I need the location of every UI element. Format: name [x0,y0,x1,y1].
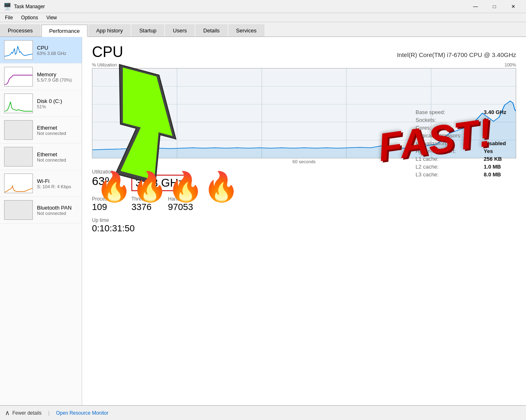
statusbar-separator: | [48,410,49,416]
cpu-sidebar-sub: 63% 3.68 GHz [37,51,78,56]
tab-users[interactable]: Users [165,24,195,37]
speed-label: Speed [131,169,188,175]
threads-value: 3376 [131,202,152,212]
minimize-button[interactable]: — [466,0,485,13]
wifi-sidebar-sub: S: 104 R: 4 Kbps [37,184,78,189]
info-virtualization: Virtualization: Disabled [416,140,506,146]
info-base-speed: Base speed: 3.40 GHz [416,109,506,115]
app-icon: 🖥️ [3,2,11,10]
disk-sidebar-title: Disk 0 (C:) [37,98,78,104]
memory-sidebar-title: Memory [37,71,78,78]
handles-value: 97053 [168,202,193,212]
wifi-sidebar-title: Wi-Fi [37,178,78,184]
disk-sidebar-info: Disk 0 (C:) 51% [37,98,78,109]
tab-apphistory[interactable]: App history [88,24,131,37]
memory-sidebar-info: Memory 5.5/7.9 GB (70%) [37,71,78,82]
content-panel: CPU Intel(R) Core(TM) i7-6700 CPU @ 3.40… [82,37,526,405]
uptime-container: Up time 0:10:31:50 [92,217,516,234]
titlebar-title: Task Manager [14,4,45,9]
chevron-up-icon: ∧ [5,409,10,417]
info-l2cache: L2 cache: 1.0 MB [416,164,506,170]
cpu-model: Intel(R) Core(TM) i7-6700 CPU @ 3.40GHz [397,51,516,58]
threads-stat: Threads 3376 [131,196,152,212]
ethernet1-thumbnail [4,120,33,140]
speed-value: 3.68 GHz [136,176,184,189]
disk-thumbnail [4,94,33,113]
uptime-value: 0:10:31:50 [92,223,516,234]
chart-y-max: 100% [505,62,516,67]
uptime-label: Up time [92,217,516,223]
memory-sidebar-sub: 5.5/7.9 GB (70%) [37,78,78,82]
sidebar-item-ethernet1[interactable]: Ethernet Not connected [0,117,82,144]
stats-row2: Processes 109 Threads 3376 Handles 97053 [92,196,516,212]
speed-box: 3.68 GHz [131,175,188,191]
sidebar-item-wifi[interactable]: Wi-Fi S: 104 R: 4 Kbps [0,170,82,197]
fewer-details-button[interactable]: ∧ Fewer details [5,409,41,417]
titlebar-left: 🖥️ Task Manager [3,2,45,10]
utilization-stat: Utilization 63% [92,169,115,191]
close-button[interactable]: ✕ [504,0,523,13]
sidebar-item-disk[interactable]: Disk 0 (C:) 51% [0,90,82,117]
sidebar-item-cpu[interactable]: CPU 63% 3.68 GHz [0,37,82,64]
sidebar-item-ethernet2[interactable]: Ethernet Not connected [0,144,82,170]
cpu-sidebar-title: CPU [37,45,78,51]
disk-sidebar-sub: 51% [37,104,78,109]
info-sockets: Sockets: 1 [416,117,506,123]
cpu-title: CPU [92,43,123,61]
cpu-thumbnail [4,40,33,60]
menu-options[interactable]: Options [18,14,41,21]
tab-services[interactable]: Services [228,24,264,37]
open-resource-monitor-link[interactable]: Open Resource Monitor [56,410,108,416]
chart-labels-top: % Utilization 100% [92,62,516,67]
chart-y-label: % Utilization [92,62,117,67]
bluetooth-thumbnail [4,200,33,220]
info-table: Base speed: 3.40 GHz Sockets: 1 Cores: 4… [416,109,506,179]
ethernet1-sidebar-info: Ethernet Not connected [37,125,78,136]
ethernet2-thumbnail [4,147,33,167]
ethernet1-sidebar-sub: Not connected [37,131,78,136]
titlebar-controls: — □ ✕ [466,0,523,13]
menubar: File Options View [0,13,526,22]
tabbar: Processes Performance App history Startu… [0,22,526,37]
info-hyperv: Hyper-V support: Yes [416,148,506,154]
main-container: CPU 63% 3.68 GHz Memory 5.5/7.9 GB (70%) [0,37,526,405]
menu-file[interactable]: File [2,14,16,21]
menu-view[interactable]: View [43,14,60,21]
bluetooth-sidebar-info: Bluetooth PAN Not connected [37,205,78,216]
wifi-thumbnail [4,173,33,193]
maximize-button[interactable]: □ [485,0,504,13]
tab-performance[interactable]: Performance [41,25,87,37]
speed-stat: Speed 3.68 GHz [131,169,188,191]
bluetooth-sidebar-title: Bluetooth PAN [37,205,78,211]
ethernet2-sidebar-sub: Not connected [37,158,78,162]
statusbar: ∧ Fewer details | Open Resource Monitor [0,405,526,420]
tab-startup[interactable]: Startup [131,24,164,37]
wifi-sidebar-info: Wi-Fi S: 104 R: 4 Kbps [37,178,78,189]
content-wrapper: CPU Intel(R) Core(TM) i7-6700 CPU @ 3.40… [92,43,516,234]
info-l3cache: L3 cache: 8.0 MB [416,171,506,178]
svg-rect-0 [5,41,32,59]
ethernet2-sidebar-info: Ethernet Not connected [37,151,78,162]
tab-details[interactable]: Details [195,24,227,37]
info-logical: Logical processors: 8 [416,132,506,139]
processes-value: 109 [92,202,115,212]
utilization-value: 63% [92,175,115,188]
sidebar-item-bluetooth[interactable]: Bluetooth PAN Not connected [0,197,82,224]
cpu-sidebar-info: CPU 63% 3.68 GHz [37,45,78,56]
bluetooth-sidebar-sub: Not connected [37,211,78,216]
processes-label: Processes [92,196,115,202]
processes-stat: Processes 109 [92,196,115,212]
ethernet2-sidebar-title: Ethernet [37,151,78,158]
threads-label: Threads [131,196,152,202]
sidebar: CPU 63% 3.68 GHz Memory 5.5/7.9 GB (70%) [0,37,82,405]
info-l1cache: L1 cache: 256 KB [416,156,506,162]
handles-label: Handles [168,196,193,202]
handles-stat: Handles 97053 [168,196,193,212]
tab-processes[interactable]: Processes [0,24,41,37]
info-cores: Cores: 4 [416,125,506,131]
sidebar-item-memory[interactable]: Memory 5.5/7.9 GB (70%) [0,64,82,90]
utilization-label: Utilization [92,169,115,175]
ethernet1-sidebar-title: Ethernet [37,125,78,131]
svg-rect-1 [5,67,32,86]
cpu-header: CPU Intel(R) Core(TM) i7-6700 CPU @ 3.40… [92,43,516,61]
